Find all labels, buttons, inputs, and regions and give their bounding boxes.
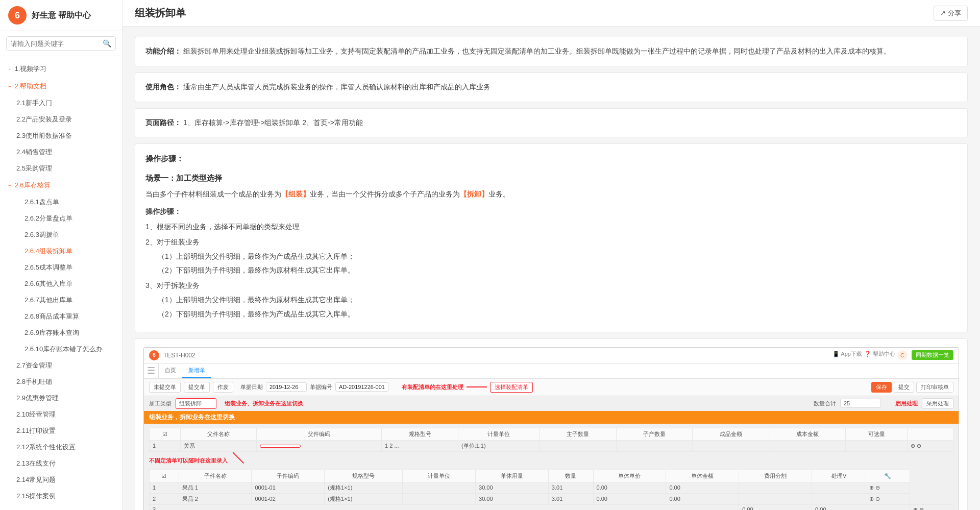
path-label: 页面路径： — [145, 118, 181, 127]
mock-void-btn[interactable]: 作废 — [213, 382, 233, 393]
mock-menu-icon[interactable]: ☰ — [147, 365, 155, 376]
mock-form-row: 加工类型 组装拆卸 组装业务、拆卸业务在这里切换 数量合计 25 启用处理 采用… — [144, 396, 959, 411]
mock-no-input[interactable]: AD-20191226-001 — [335, 382, 388, 392]
sidebar-item-system[interactable]: 2.12系统个性化设置 — [0, 439, 122, 455]
step-1: 1、根据不同的业务，选择不同单据的类型来处理 — [145, 221, 957, 233]
col-handle: 处理V — [812, 470, 866, 482]
sidebar-item-print[interactable]: 2.11打印设置 — [0, 423, 122, 439]
mock-tab-new[interactable]: 新增单 — [182, 363, 211, 378]
cell-qty1 — [540, 440, 616, 451]
intro-card: 功能介绍： 组装拆卸单用来处理企业组装或拆卸等加工业务，支持有固定装配清单的产品… — [135, 37, 968, 66]
col-ops2: 🔧 — [866, 470, 910, 482]
sidebar-item-stock_err[interactable]: 2.6.10库存账本错了怎么办 — [0, 341, 122, 357]
col-unit-qty: 单体用量 — [476, 470, 549, 482]
scene1-title: 场景一：加工类型选择 — [145, 172, 957, 185]
sidebar-item-stocktake[interactable]: 2.6.1盘点单 — [0, 194, 122, 210]
mock-top-table: ☑ 父件名称 父件编码 规格型号 计量单位 主子数量 子产数量 成品金额 成本金… — [149, 428, 953, 452]
sidebar-item-docs[interactable]: −2.帮助文档 — [0, 78, 122, 95]
sidebar-item-new[interactable]: 2.1新手入门 — [0, 95, 122, 111]
search-icon[interactable]: 🔍 — [103, 39, 111, 47]
search-input[interactable] — [11, 40, 100, 47]
annotation-switch: 组装业务、拆卸业务在这里切换 — [225, 400, 303, 407]
sidebar-item-finance[interactable]: 2.7资金管理 — [0, 357, 122, 374]
mock-uncommitted-btn[interactable]: 未提交单 — [149, 382, 181, 393]
assemble-steps: （1）上部明细为父件明细，最终作为产成品生成其它入库单； （2）下部明细为子件明… — [145, 251, 957, 277]
mock-submit-btn[interactable]: 提交 — [894, 382, 914, 393]
sidebar-search-container: 🔍 — [0, 31, 122, 56]
annotation-bom: 有装配清单的在这里处理 — [402, 383, 463, 391]
cell-op: ⊕ ⊖ — [908, 440, 953, 451]
intro-label: 功能介绍： — [145, 47, 181, 55]
mock-date-label: 单据日期 — [240, 383, 263, 391]
mock-tab-bar: ☰ 自页 新增单 — [144, 363, 959, 379]
mock-left-nav: ☰ — [144, 363, 159, 378]
sidebar-item-adjust[interactable]: 2.6.3调拨单 — [0, 227, 122, 243]
sidebar-item-video[interactable]: +1.视频学习 — [0, 60, 122, 78]
col-amount: 成品金额 — [693, 428, 769, 440]
mock-toolbar: 未提交单 提交单 作废 单据日期 2019-12-26 单据编号 AD-2019… — [144, 379, 959, 396]
sidebar-search-box[interactable]: 🔍 — [6, 36, 116, 51]
col-spec: 规格型号 — [382, 428, 458, 440]
share-label: 分享 — [948, 9, 961, 18]
col-unit-amount: 单体金额 — [666, 470, 739, 482]
mock-print-btn[interactable]: 打印审核单 — [916, 382, 953, 393]
sidebar-item-payment[interactable]: 2.13在线支付 — [0, 455, 122, 472]
mock-bottom-table-container: ☑ 子件名称 子件编码 规格型号 计量单位 单体用量 数量 单体单价 单体金额 … — [144, 466, 959, 510]
topbar: 组装拆卸单 ↗ 分享 — [122, 0, 980, 27]
sidebar-title: 好生意 帮助中心 — [32, 10, 91, 21]
col-check2: ☑ — [150, 470, 179, 482]
mock-avatar: C — [897, 350, 908, 360]
share-button[interactable]: ↗ 分享 — [934, 6, 968, 21]
sidebar-item-out_other[interactable]: 2.6.7其他出库单 — [0, 292, 122, 308]
table-row: 2 果品 2 0001-02 (规格1×1) 30.00 3.01 0.00 0… — [150, 493, 953, 504]
assemble-step-1: （1）上部明细为父件明细，最终作为产成品生成其它入库单； — [158, 251, 957, 263]
sidebar-item-faq[interactable]: 2.14常见问题 — [0, 472, 122, 488]
col-parent-code: 父件编码 — [257, 428, 382, 440]
mock-date-input[interactable]: 2019-12-26 — [266, 382, 307, 392]
step-3: 3、对于拆装业务 （1）上部明细为父件明细，最终作为原材料生成其它出库单； （2… — [145, 280, 957, 320]
sidebar-item-coupon[interactable]: 2.9优惠券管理 — [0, 390, 122, 406]
sidebar-logo: 6 — [8, 6, 27, 25]
sidebar-header: 6 好生意 帮助中心 — [0, 0, 122, 31]
cell-spec: 1 2 ... — [382, 440, 458, 451]
mock-bottom-table: ☑ 子件名称 子件编码 规格型号 计量单位 单体用量 数量 单体单价 单体金额 … — [149, 470, 953, 510]
mock-select-bom-btn[interactable]: 选择装配清单 — [490, 382, 533, 393]
nav-icon-inventory: − — [8, 182, 11, 188]
mock-action-btns: 保存 提交 打印审核单 — [871, 382, 953, 393]
sidebar-item-cost_calc[interactable]: 2.6.8商品成本重算 — [0, 308, 122, 325]
sidebar-item-stock_query[interactable]: 2.6.9库存账本查询 — [0, 325, 122, 341]
sidebar-item-in_other[interactable]: 2.6.6其他入库单 — [0, 276, 122, 292]
mock-top-bar: 6 TEST-H002 📱 App下载 ❓ 帮助中心 C 同期数据一览 — [144, 348, 959, 363]
assemble-step-2: （2）下部明细为子件明细，最终作为原材料生成其它出库单。 — [158, 264, 957, 277]
sidebar-item-partition[interactable]: 2.6.2分量盘点单 — [0, 210, 122, 227]
page-title: 组装拆卸单 — [135, 6, 186, 20]
sidebar-item-cost_adj[interactable]: 2.6.5成本调整单 — [0, 259, 122, 276]
nav-label-inventory: 2.6库存核算 — [14, 181, 50, 190]
nav-label-docs: 2.帮助文档 — [14, 82, 46, 91]
mock-apply-btn[interactable]: 采用处理 — [922, 398, 953, 409]
sidebar-item-inventory[interactable]: −2.6库存核算 — [0, 177, 122, 194]
cell-amount — [693, 440, 769, 451]
sidebar-item-mobile[interactable]: 2.8手机旺铺 — [0, 374, 122, 390]
sidebar-item-biz[interactable]: 2.10经营管理 — [0, 406, 122, 423]
sidebar-item-purchase[interactable]: 2.5采购管理 — [0, 160, 122, 177]
annotation-arrow1 — [467, 386, 487, 387]
col-child-unit: 计量单位 — [403, 470, 476, 482]
mock-type-label: 加工类型 — [149, 400, 172, 407]
mock-save-btn[interactable]: 保存 — [871, 382, 892, 393]
cell-cost — [769, 440, 846, 451]
mock-committed-btn[interactable]: 提交单 — [184, 382, 210, 393]
sidebar-item-assemble[interactable]: 2.6.4组装拆卸单 — [0, 243, 122, 259]
mock-overview-btn[interactable]: 同期数据一览 — [912, 350, 953, 360]
nav-label-video: 1.视频学习 — [14, 64, 46, 74]
mock-screenshot: 6 TEST-H002 📱 App下载 ❓ 帮助中心 C 同期数据一览 ☰ 自页 — [143, 347, 959, 510]
path-text: 1、库存核算->库存管理->组装拆卸单 2、首页->常用功能 — [183, 118, 363, 127]
sidebar-item-install[interactable]: 2.2产品安装及登录 — [0, 111, 122, 128]
sidebar-item-cases[interactable]: 2.15操作案例 — [0, 488, 122, 504]
cell-code-input[interactable] — [260, 445, 301, 448]
mock-tab-home[interactable]: 自页 — [159, 363, 182, 378]
mock-qty-input[interactable]: 25 — [840, 399, 881, 408]
mock-type-input[interactable]: 组装拆卸 — [176, 398, 216, 409]
sidebar-item-data[interactable]: 2.3使用前数据准备 — [0, 128, 122, 144]
sidebar-item-sales[interactable]: 2.4销售管理 — [0, 144, 122, 160]
